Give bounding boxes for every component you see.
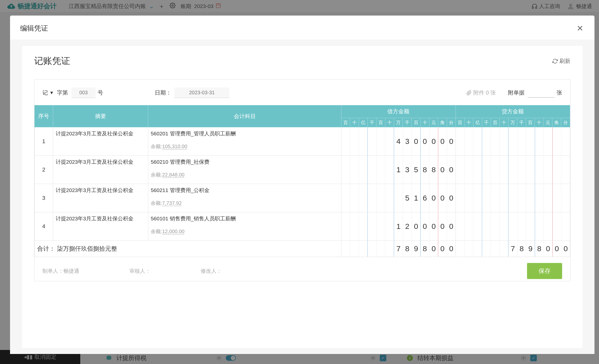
amount-cell[interactable]: 1358800 — [341, 156, 456, 184]
amount-cell[interactable]: 7898000 — [341, 241, 456, 257]
date-label: 日期： — [155, 89, 171, 97]
voucher-number-input[interactable] — [71, 87, 96, 98]
refresh-button[interactable]: 刷新 — [552, 57, 570, 65]
th-digit: 角 — [552, 118, 561, 127]
th-digit: 万 — [508, 118, 517, 127]
th-digit: 百 — [526, 118, 535, 127]
th-summary: 摘要 — [53, 105, 148, 127]
row-number: 1 — [35, 127, 53, 156]
th-digit: 十 — [350, 118, 359, 127]
voucher-title: 记账凭证 — [34, 55, 70, 67]
th-digit: 万 — [394, 118, 403, 127]
total-row: 合计： 柒万捌仟玖佰捌拾元整78980007898000 — [35, 241, 570, 257]
attach-docs-input[interactable] — [528, 88, 555, 98]
th-digit: 千 — [517, 118, 526, 127]
th-digit: 百 — [377, 118, 385, 127]
amount-cell[interactable]: 516000 — [341, 184, 456, 212]
caret-down-icon[interactable]: ▼ — [49, 90, 54, 96]
th-digit: 十 — [464, 118, 473, 127]
th-digit: 分 — [561, 118, 570, 127]
table-row: 1计提2023年3月工资及社保公积金560201 管理费用_管理人员职工薪酬余额… — [35, 127, 570, 156]
table-row: 2计提2023年3月工资及社保公积金560210 管理费用_社保费余额:22,8… — [35, 156, 570, 184]
th-digit: 元 — [544, 118, 552, 127]
th-subject: 会计科目 — [148, 105, 341, 127]
modifier-label: 修改人： — [201, 267, 222, 275]
paperclip-icon — [466, 90, 472, 96]
save-button[interactable]: 保存 — [527, 263, 562, 279]
label-zidi: 字第 — [57, 89, 68, 97]
attachment-info[interactable]: 附件 0 张 — [466, 89, 496, 97]
attach-docs-label: 附单据 — [508, 89, 525, 97]
th-digit: 亿 — [359, 118, 368, 127]
table-row: 3计提2023年3月工资及社保公积金560211 管理费用_公积金余额:7,73… — [35, 184, 570, 212]
amount-cell[interactable] — [456, 184, 570, 212]
summary-cell[interactable]: 计提2023年3月工资及社保公积金 — [53, 127, 148, 156]
th-digit: 十 — [420, 118, 429, 127]
modal-header: 编辑凭证 ✕ — [10, 16, 594, 40]
table-row: 4计提2023年3月工资及社保公积金560101 销售费用_销售人员职工薪酬余额… — [35, 212, 570, 241]
th-digit: 千 — [403, 118, 412, 127]
th-credit: 贷方金额 — [456, 105, 570, 118]
date-input[interactable] — [174, 87, 230, 98]
amount-cell[interactable] — [456, 212, 570, 241]
row-number: 3 — [35, 184, 53, 212]
modal-title: 编辑凭证 — [20, 24, 48, 33]
subject-cell[interactable]: 560201 管理费用_管理人员职工薪酬余额:105,310.00 — [148, 127, 341, 156]
th-debit: 借方金额 — [341, 105, 456, 118]
th-digit: 百 — [456, 118, 464, 127]
subject-cell[interactable]: 560211 管理费用_公积金余额:7,737.92 — [148, 184, 341, 212]
voucher-type[interactable]: 记 — [42, 89, 48, 97]
th-digit: 千 — [482, 118, 491, 127]
refresh-icon — [552, 58, 558, 64]
amount-cell[interactable]: 4300000 — [341, 127, 456, 156]
amount-cell[interactable]: 1200000 — [341, 212, 456, 241]
row-number: 4 — [35, 212, 53, 241]
th-digit: 分 — [447, 118, 456, 127]
close-icon[interactable]: ✕ — [576, 23, 584, 34]
amount-cell[interactable] — [456, 156, 570, 184]
th-digit: 十 — [385, 118, 394, 127]
subject-cell[interactable]: 560210 管理费用_社保费余额:22,848.00 — [148, 156, 341, 184]
th-digit: 百 — [341, 118, 350, 127]
edit-voucher-modal: 编辑凭证 ✕ 记账凭证 刷新 记 ▼ 字第 号 日期： — [10, 16, 594, 354]
th-digit: 元 — [429, 118, 438, 127]
th-digit: 千 — [368, 118, 377, 127]
label-hao: 号 — [98, 89, 103, 97]
attach-docs-unit: 张 — [557, 89, 562, 97]
row-number: 2 — [35, 156, 53, 184]
summary-cell[interactable]: 计提2023年3月工资及社保公积金 — [53, 156, 148, 184]
summary-cell[interactable]: 计提2023年3月工资及社保公积金 — [53, 184, 148, 212]
th-digit: 百 — [412, 118, 420, 127]
amount-cell[interactable] — [456, 127, 570, 156]
total-label: 合计： 柒万捌仟玖佰捌拾元整 — [35, 241, 341, 257]
th-digit: 百 — [491, 118, 500, 127]
summary-cell[interactable]: 计提2023年3月工资及社保公积金 — [53, 212, 148, 241]
amount-cell[interactable]: 7898000 — [456, 241, 570, 257]
th-digit: 亿 — [473, 118, 482, 127]
th-digit: 角 — [438, 118, 447, 127]
th-digit: 十 — [500, 118, 508, 127]
auditor-label: 审核人： — [129, 267, 151, 275]
maker-label: 制单人：畅捷通 — [42, 267, 79, 275]
th-seq: 序号 — [35, 105, 53, 127]
subject-cell[interactable]: 560101 销售费用_销售人员职工薪酬余额:12,000.00 — [148, 212, 341, 241]
voucher-table: 序号 摘要 会计科目 借方金额 贷方金额 百十亿千百十万千百十元角分百十亿千百十… — [34, 105, 570, 257]
th-digit: 十 — [535, 118, 544, 127]
